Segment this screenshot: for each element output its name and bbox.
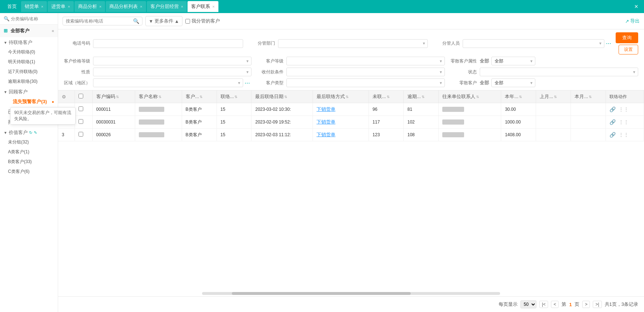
arrow-icon: ▼ [4, 41, 7, 45]
row-checkbox-2[interactable] [79, 132, 83, 137]
search-input[interactable] [66, 19, 133, 24]
close-tab-sales[interactable]: × [41, 4, 43, 9]
sidebar-group-pending[interactable]: ▼ 待联络客户 [0, 37, 58, 47]
adv-filter-row-3: 性质 ▼ 收付款条件 ▼ 状态 [64, 68, 638, 76]
sort-name-icon: ⇅ [158, 95, 161, 99]
nav-tab-customer-contact[interactable]: 客户联系 × [188, 1, 218, 12]
select-payment[interactable] [286, 68, 445, 76]
more-region-btn[interactable]: ··· [243, 79, 251, 87]
nav-home[interactable]: 首页 [3, 3, 21, 10]
refresh-icon[interactable]: ↻ [29, 130, 32, 135]
nav-tab-analysis-list[interactable]: 商品分析列表 × [106, 1, 146, 12]
adv-filter-row-1: 电话号码 分管部门 ▼ 分管人员 ▼ ··· [64, 32, 638, 54]
arrow-icon-3: ▼ [4, 131, 7, 135]
input-phone[interactable] [93, 39, 243, 48]
nav-tab-analysis[interactable]: 商品分析 × [75, 1, 105, 12]
close-tab-analysis[interactable]: × [99, 4, 101, 9]
sidebar-group-value[interactable]: ▼ 价值客户 ↻ ✎ [0, 127, 58, 137]
adv-filter-row-4: 区域（地区） ▼ ··· 客户类型 ▼ 零散客户 全部 [64, 78, 638, 87]
select-region[interactable] [93, 78, 243, 87]
sidebar-item-class-c[interactable]: C类客户(6) [0, 167, 58, 177]
row-checkbox-0[interactable] [79, 106, 83, 111]
query-button[interactable]: 查询 [616, 32, 638, 43]
per-page-select[interactable]: 50 [520, 300, 536, 308]
close-tab-customer-layer[interactable]: × [181, 4, 183, 9]
select-nature[interactable] [93, 68, 251, 76]
row-checkbox-1[interactable] [79, 119, 83, 124]
select-dept[interactable] [278, 39, 428, 48]
scrollbar-thumb [232, 292, 411, 295]
sidebar-item-churn-warning[interactable]: 流失预警客户(3) ● [0, 97, 58, 107]
field-nature: 性质 ▼ [64, 68, 251, 76]
nav-tab-customer-layer[interactable]: 客户分层经营 × [147, 1, 187, 12]
fake-scrollbar[interactable] [202, 292, 500, 295]
select-customer-level-wrap: ▼ [286, 57, 445, 65]
action-more-2[interactable]: ⋮⋮ [619, 132, 629, 138]
select-customer-level[interactable] [286, 57, 445, 65]
td-actions-0: 🔗 ⋮⋮ [606, 103, 644, 116]
action-link-2[interactable]: 🔗 [609, 132, 616, 138]
prev-page-btn[interactable]: < [551, 301, 559, 308]
action-more-1[interactable]: ⋮⋮ [619, 119, 629, 125]
advanced-filter-panel: 电话号码 分管部门 ▼ 分管人员 ▼ ··· [58, 29, 644, 90]
td-date-0: 2023-03-02 10:30: [251, 103, 313, 116]
sidebar-item-class-b[interactable]: B类客户(33) [0, 157, 58, 167]
field-customer-type: 客户类型 ▼ [257, 78, 445, 87]
sidebar-item-today[interactable]: 今天待联络(0) [0, 47, 58, 57]
first-page-btn[interactable]: |< [539, 301, 548, 308]
select-zero-attr[interactable]: 全部 [491, 57, 535, 65]
table-row: 2 00030031 B类客户 15 2023-02-09 19:52: 下销货… [58, 116, 644, 129]
action-link-0[interactable]: 🔗 [609, 106, 616, 112]
sidebar-item-class-a[interactable]: A类客户(1) [0, 147, 58, 157]
last-page-btn[interactable]: >| [593, 301, 601, 308]
td-check-0[interactable] [75, 103, 92, 116]
my-customers-check[interactable]: 我分管的客户 [185, 18, 220, 24]
td-way-1[interactable]: 下销货单 [313, 116, 369, 129]
label-nature: 性质 [64, 69, 93, 75]
action-more-0[interactable]: ⋮⋮ [619, 106, 629, 112]
td-way-0[interactable]: 下销货单 [313, 103, 369, 116]
td-check-1[interactable] [75, 116, 92, 129]
th-settings[interactable]: ⚙ [58, 90, 75, 103]
sidebar-search-input[interactable] [11, 16, 58, 21]
edit-icon[interactable]: ✎ [34, 130, 37, 135]
th-checkbox [75, 90, 92, 103]
sort-way-icon: ⇅ [346, 95, 349, 99]
window-close-button[interactable]: × [631, 3, 641, 11]
sidebar-item-tomorrow[interactable]: 明天待联络(1) [0, 57, 58, 67]
table-settings-icon[interactable]: ⚙ [62, 94, 66, 100]
export-button[interactable]: ↗ 导出 [625, 18, 640, 24]
sidebar-item-7days[interactable]: 近7天待联络(0) [0, 67, 58, 77]
sidebar-item-ungroup[interactable]: 未分组(32) [0, 137, 58, 147]
nav-tab-sales[interactable]: 销货单 × [21, 1, 47, 12]
select-customer-type[interactable] [286, 78, 445, 87]
customer-table: ⚙ 客户编码⇅ 客户名称⇅ 客户...⇅ [58, 90, 644, 141]
td-way-2[interactable]: 下销货单 [313, 129, 369, 141]
sidebar-all-customers[interactable]: ⊞ 全部客户 « [0, 25, 58, 37]
select-person[interactable] [463, 39, 604, 48]
td-check-2[interactable] [75, 129, 92, 141]
td-date-1: 2023-02-09 19:52: [251, 116, 313, 129]
label-price-level: 客户价格等级 [64, 58, 93, 64]
nav-tab-purchase[interactable]: 进货单 × [48, 1, 73, 12]
close-tab-purchase[interactable]: × [68, 4, 70, 9]
action-link-1[interactable]: 🔗 [609, 119, 616, 125]
th-this-month: 本月...⇅ [571, 90, 606, 103]
sidebar-group-review[interactable]: ▼ 回顾客户 [0, 86, 58, 97]
more-person-btn[interactable]: ··· [604, 40, 613, 47]
sort-lastmonth-icon: ⇅ [554, 95, 557, 99]
more-conditions-btn[interactable]: ▼ 更多条件 ▲ [145, 16, 182, 26]
td-contact-0: 15 [217, 103, 251, 116]
next-page-btn[interactable]: > [582, 301, 590, 308]
select-price-level[interactable] [93, 57, 251, 65]
select-all-checkbox[interactable] [79, 94, 83, 98]
my-customers-checkbox[interactable] [185, 19, 190, 24]
select-status[interactable] [480, 68, 638, 76]
close-tab-analysis-list[interactable]: × [140, 4, 142, 9]
sidebar-item-overdue[interactable]: 逾期未联络(30) [0, 77, 58, 86]
select-zero-customer[interactable]: 全部 [491, 78, 535, 87]
settings-button[interactable]: 设置 [619, 45, 638, 54]
table-area: ⚙ 客户编码⇅ 客户名称⇅ 客户...⇅ [58, 90, 644, 291]
sort-overdue-icon: ⇅ [422, 95, 424, 99]
close-tab-customer-contact[interactable]: × [212, 4, 214, 9]
